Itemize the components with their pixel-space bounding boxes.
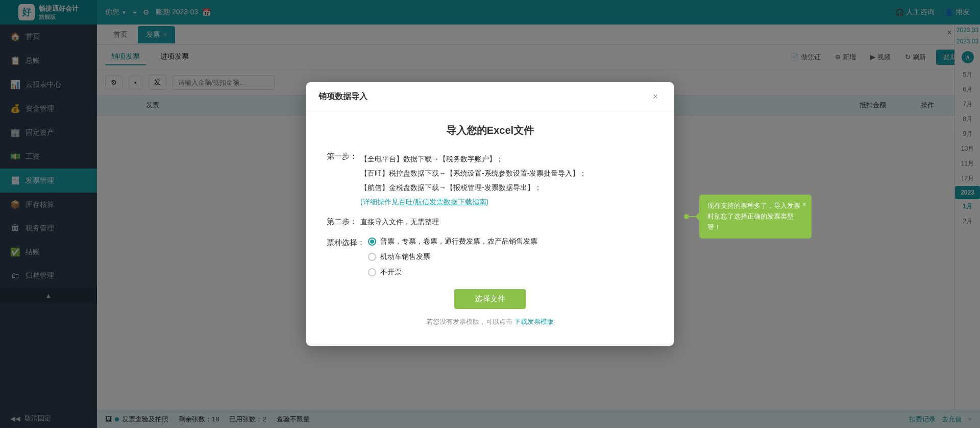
step2-label: 第二步： [327,217,357,227]
step2-block: 第二步： 直接导入文件，无需整理 [327,217,653,227]
tooltip-bubble: × 现在支持的票种多了，导入发票时别忘了选择正确的发票类型呀！ [699,195,812,239]
ticket-label: 票种选择： [327,238,365,248]
radio-normal-invoice[interactable]: 普票，专票，卷票，通行费发票，农产品销售发票 [368,237,537,246]
tooltip-close-button[interactable]: × [802,199,806,210]
guide-link[interactable]: (详细操作见百旺/航信发票数据下载指南) [360,198,488,206]
select-file-button[interactable]: 选择文件 [454,289,526,309]
radio-circle-motor [368,253,376,261]
step1-line1: 【全电平台】数据下载→【税务数字账户】； [360,152,586,166]
step1-line3: 【航信】金税盘数据下载→【报税管理-发票数据导出】； [360,180,586,195]
tooltip-text: 现在支持的票种多了，导入发票时别忘了选择正确的发票类型呀！ [707,202,800,231]
import-modal: 销项数据导入 × 导入您的Excel文件 第一步： 【全电平台】数据下载→【税务… [306,82,674,346]
radio-group: 普票，专票，卷票，通行费发票，农产品销售发票 机动车销售发票 不开票 [368,237,537,277]
select-file-container: 选择文件 [327,289,653,309]
modal-close-button[interactable]: × [649,90,662,103]
radio-circle-normal [368,237,376,246]
radio-motor-invoice[interactable]: 机动车销售发票 [368,252,537,261]
step1-block: 第一步： 【全电平台】数据下载→【税务数字账户】； 【百旺】税控盘数据下载→【系… [327,152,653,207]
radio-no-invoice[interactable]: 不开票 [368,268,537,277]
radio-circle-no [368,268,376,276]
download-template-link[interactable]: 下载发票模版 [514,318,554,325]
modal-title: 销项数据导入 [318,91,368,102]
modal-header: 销项数据导入 × [306,82,674,111]
modal-footer: 若您没有发票模版，可以点击 下载发票模版 [327,317,653,330]
modal-body: 导入您的Excel文件 第一步： 【全电平台】数据下载→【税务数字账户】； 【百… [306,111,674,346]
ticket-select-block: 票种选择： 普票，专票，卷票，通行费发票，农产品销售发票 机动车销售发票 [327,237,653,277]
step2-content: 直接导入文件，无需整理 [360,218,439,227]
tooltip-line [688,216,697,217]
step1-line2: 【百旺】税控盘数据下载→【系统设置-系统参数设置-发票批量导入】； [360,166,586,180]
step1-label: 第一步： [327,152,357,161]
step1-link-container: (详细操作见百旺/航信发票数据下载指南) [360,198,586,207]
modal-main-title: 导入您的Excel文件 [327,124,653,137]
